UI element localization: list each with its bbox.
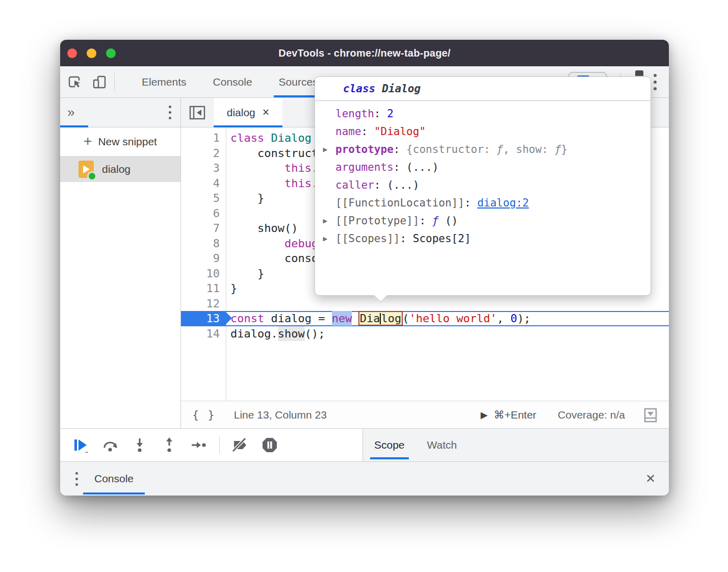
tab-scope[interactable]: Scope <box>363 429 416 461</box>
new-snippet-label: New snippet <box>98 136 157 148</box>
code-text[interactable]: show() <box>226 221 305 236</box>
code-text[interactable]: class Dialog { <box>226 131 325 146</box>
line-number[interactable]: 4 <box>181 176 226 191</box>
run-shortcut: ⌘+Enter <box>494 409 536 421</box>
code-token: : <box>400 232 412 245</box>
devtools-window: DevTools - chrome://new-tab-page/ Elemen… <box>60 40 669 496</box>
drawer-tab-label: Console <box>94 473 134 485</box>
more-tabs-chevron-icon[interactable]: » <box>67 105 73 120</box>
code-token: 'hello world' <box>409 312 497 325</box>
minimize-window-button[interactable] <box>87 48 96 58</box>
line-number[interactable]: 13 <box>181 312 226 325</box>
code-token <box>352 312 358 325</box>
editor-tab-dialog[interactable]: dialog × <box>214 98 282 127</box>
device-toolbar-icon[interactable] <box>91 73 108 91</box>
editor-tab-label: dialog <box>227 107 255 119</box>
code-token: new <box>332 311 352 326</box>
line-number[interactable]: 3 <box>181 161 226 176</box>
close-window-button[interactable] <box>67 48 77 58</box>
line-number[interactable]: 9 <box>181 251 226 266</box>
code-token: name <box>335 125 361 138</box>
code-line: 14dialog.show(); <box>181 326 669 342</box>
code-token: prototype <box>335 143 394 155</box>
code-token: : (...) <box>374 179 420 191</box>
code-token: , <box>497 312 511 325</box>
property-row: name: "Dialog" <box>315 122 651 140</box>
step-over-button[interactable] <box>99 434 121 456</box>
pretty-print-icon[interactable]: { } <box>192 408 216 421</box>
line-number[interactable]: 12 <box>181 296 226 311</box>
code-token: ƒ <box>497 143 503 155</box>
line-number[interactable]: 14 <box>181 326 226 342</box>
expand-triangle-icon[interactable]: ▶ <box>315 234 335 243</box>
tab-watch[interactable]: Watch <box>416 429 469 461</box>
titlebar: DevTools - chrome://new-tab-page/ <box>60 40 669 66</box>
sidebar-menu-kebab-icon[interactable] <box>166 102 174 122</box>
code-token: [[Prototype]] <box>335 215 419 227</box>
code-text[interactable]: } <box>226 266 264 281</box>
code-token: : <box>394 143 406 155</box>
class-name: Dialog <box>382 83 421 95</box>
line-number[interactable]: 5 <box>181 191 226 206</box>
snippet-file-icon <box>79 161 94 178</box>
code-text[interactable] <box>226 206 230 221</box>
step-out-button[interactable] <box>158 434 180 456</box>
line-number[interactable]: 11 <box>181 281 226 296</box>
step-into-button[interactable] <box>128 434 151 456</box>
object-popover: class Dialog length: 2name: "Dialog"▶pro… <box>315 76 651 296</box>
code-token: length <box>335 108 374 120</box>
line-number[interactable]: 2 <box>181 146 226 161</box>
popover-header: class Dialog <box>315 77 651 100</box>
property-row: [[FunctionLocation]]: dialog:2 <box>315 194 651 212</box>
code-text[interactable]: this. <box>226 161 318 176</box>
expand-drawer-icon[interactable] <box>643 407 658 423</box>
inspect-icon[interactable] <box>66 73 84 91</box>
close-tab-icon[interactable]: × <box>263 107 269 118</box>
deactivate-breakpoints-button[interactable] <box>229 434 251 456</box>
toolbar-divider <box>114 73 115 91</box>
tab-console[interactable]: Console <box>200 66 266 97</box>
pause-on-exceptions-button[interactable] <box>258 434 281 456</box>
code-token: ); <box>517 312 531 325</box>
drawer-menu-kebab-icon[interactable] <box>72 469 81 489</box>
code-token <box>264 132 271 144</box>
code-token: : <box>374 108 387 120</box>
code-token: } <box>230 282 237 295</box>
line-number[interactable]: 6 <box>181 206 226 221</box>
desktop: DevTools - chrome://new-tab-page/ Elemen… <box>0 0 728 572</box>
code-token: ƒ <box>555 143 561 155</box>
code-token: () <box>438 215 458 227</box>
resume-script-button[interactable] <box>69 434 92 456</box>
code-line: 12 <box>181 296 669 311</box>
debugger-divider <box>219 436 220 454</box>
code-text[interactable]: } <box>226 191 264 206</box>
snippet-name: dialog <box>102 163 131 175</box>
expand-triangle-icon[interactable]: ▶ <box>315 145 335 154</box>
code-token: arguments <box>335 161 394 173</box>
drawer-tab-console[interactable]: Console <box>81 462 147 496</box>
line-number[interactable]: 10 <box>181 266 226 281</box>
code-text[interactable]: this. <box>226 176 318 191</box>
close-drawer-icon[interactable]: ✕ <box>645 472 656 486</box>
hovered-token: Dialog <box>358 311 403 326</box>
line-number[interactable]: 1 <box>181 131 226 146</box>
new-snippet-button[interactable]: + New snippet <box>60 127 180 157</box>
hide-navigator-icon[interactable] <box>181 98 214 127</box>
code-text[interactable]: dialog.show(); <box>226 326 325 342</box>
code-token: ( <box>402 312 409 325</box>
code-token <box>230 162 284 174</box>
line-number[interactable]: 7 <box>181 221 226 236</box>
sidebar-item-dialog[interactable]: dialog <box>60 157 180 182</box>
panel-tabs: Elements Console Sources <box>128 66 331 97</box>
code-token: 2 <box>387 108 394 120</box>
code-text[interactable] <box>226 296 230 311</box>
line-number[interactable]: 8 <box>181 236 226 251</box>
step-button[interactable] <box>188 434 210 456</box>
code-token: dialog:2 <box>477 197 529 209</box>
snippets-sidebar: » + New snippet dialog <box>60 98 181 428</box>
expand-triangle-icon[interactable]: ▶ <box>315 216 335 225</box>
code-text[interactable]: const dialog = new Dialog('hello world',… <box>226 312 531 325</box>
tab-elements[interactable]: Elements <box>128 66 200 97</box>
zoom-window-button[interactable] <box>106 48 116 58</box>
code-text[interactable]: } <box>226 281 237 296</box>
